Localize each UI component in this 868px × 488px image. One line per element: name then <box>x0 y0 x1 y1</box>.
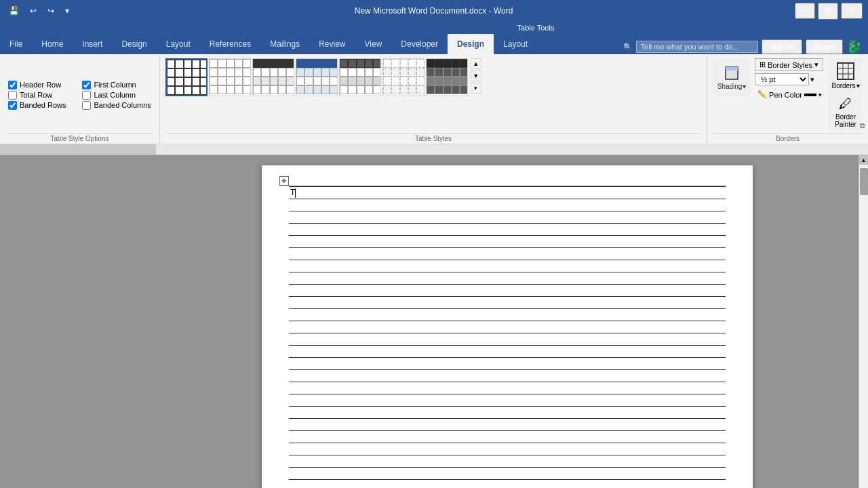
shading-label: Shading▾ <box>717 83 747 90</box>
shading-section: Shading▾ <box>713 58 751 96</box>
banded-rows-label: Banded Rows <box>20 101 66 109</box>
table-row <box>289 467 726 479</box>
table-style-7[interactable] <box>426 58 468 96</box>
gallery-up-button[interactable]: ▲ <box>471 58 481 69</box>
borders-button[interactable]: Borders▾ <box>829 58 863 93</box>
border-painter-button[interactable]: 🖊 Border Painter <box>829 93 863 131</box>
tab-row: File Home Insert Design Layout Reference… <box>0 34 868 54</box>
pen-weight-arrow[interactable]: ▾ <box>810 75 814 84</box>
scrollbar-vertical[interactable]: ▲ ▼ <box>859 155 868 488</box>
tab-review[interactable]: Review <box>309 34 355 54</box>
save-quick-button[interactable]: 💾 <box>5 5 22 17</box>
tab-view[interactable]: View <box>355 34 392 54</box>
tab-home[interactable]: Home <box>32 34 73 54</box>
close-button[interactable]: ✕ <box>841 3 863 19</box>
first-column-input[interactable] <box>82 81 91 89</box>
header-row-checkbox[interactable]: Header Row <box>8 81 77 89</box>
table-row <box>289 333 726 345</box>
border-painter-icon: 🖊 <box>839 96 852 112</box>
title-bar-controls: ─ ⧉ ✕ <box>795 3 863 20</box>
table-row <box>289 199 726 211</box>
border-styles-label: Border Styles <box>768 61 812 69</box>
table-row <box>289 211 726 223</box>
minimize-button[interactable]: ─ <box>795 3 815 19</box>
table-row <box>289 284 726 296</box>
banded-columns-label: Banded Columns <box>94 101 151 109</box>
tab-insert[interactable]: Insert <box>73 34 112 54</box>
border-painter-label: Border Painter <box>831 113 861 128</box>
last-column-input[interactable] <box>82 91 91 100</box>
gallery-down-button[interactable]: ▼ <box>471 70 481 81</box>
ruler-area <box>0 144 868 155</box>
table-row <box>289 296 726 308</box>
sign-in-button[interactable]: Sign in <box>762 39 803 54</box>
share-button[interactable]: Share <box>806 39 843 54</box>
table-row <box>289 260 726 272</box>
user-avatar: 🐉 <box>846 39 861 54</box>
banded-rows-input[interactable] <box>8 101 17 110</box>
tab-developer[interactable]: Developer <box>391 34 448 54</box>
tab-design-table[interactable]: Design <box>448 34 494 54</box>
banded-rows-checkbox[interactable]: Banded Rows <box>8 101 77 110</box>
table-style-5[interactable] <box>339 58 381 96</box>
context-tab-band: Table Tools <box>0 22 868 34</box>
pen-color-label: Pen Color <box>769 91 802 99</box>
banded-columns-checkbox[interactable]: Banded Columns <box>82 101 151 110</box>
pen-weight-select[interactable]: ½ pt ¼ pt ¾ pt 1 pt 1½ pt 2¼ pt 3 pt 4½ … <box>755 73 809 85</box>
scroll-up-button[interactable]: ▲ <box>859 155 869 165</box>
pen-color-row: ✏️ Pen Color ▾ <box>755 89 825 100</box>
ruler-left-margin <box>0 144 156 155</box>
table-row <box>289 406 726 418</box>
svg-rect-1 <box>726 67 738 70</box>
tab-file[interactable]: File <box>0 34 32 54</box>
table-row <box>289 235 726 247</box>
table-row <box>289 247 726 260</box>
undo-button[interactable]: ↩ <box>26 5 40 17</box>
table-tools-label: Table Tools <box>517 24 555 32</box>
total-row-checkbox[interactable]: Total Row <box>8 91 77 100</box>
tab-references[interactable]: References <box>200 34 260 54</box>
table-style-4[interactable] <box>296 58 338 96</box>
header-row-input[interactable] <box>8 81 17 89</box>
pen-icon: ✏️ <box>757 90 767 99</box>
table-styles-group: ▲ ▼ ▾ Table Styles <box>160 57 707 144</box>
gallery-scroll: ▲ ▼ ▾ <box>471 58 481 94</box>
restore-button[interactable]: ⧉ <box>818 3 838 20</box>
page-container[interactable]: ✛ T <box>156 155 859 488</box>
search-area: 🔍 Sign in Share 🐉 <box>616 39 868 54</box>
tab-layout[interactable]: Layout <box>157 34 200 54</box>
table-style-6[interactable] <box>382 58 425 96</box>
total-row-input[interactable] <box>8 91 17 100</box>
pen-weight-row: ½ pt ¼ pt ¾ pt 1 pt 1½ pt 2¼ pt 3 pt 4½ … <box>755 73 825 85</box>
borders-expand-button[interactable]: ⧉ <box>860 121 865 130</box>
pen-color-arrow[interactable]: ▾ <box>818 92 822 98</box>
table-move-handle[interactable]: ✛ <box>279 176 289 186</box>
table-style-2[interactable] <box>209 58 251 96</box>
gallery-container: ▲ ▼ ▾ <box>165 58 481 131</box>
ribbon: Header Row First Column Total Row Last C… <box>0 54 868 144</box>
tab-layout-table[interactable]: Layout <box>494 34 537 54</box>
title-bar-left: 💾 ↩ ↪ ▾ <box>5 5 73 17</box>
borders-group-label: Borders <box>713 133 863 142</box>
search-input[interactable] <box>636 41 758 53</box>
banded-columns-input[interactable] <box>82 101 91 110</box>
last-column-checkbox[interactable]: Last Column <box>82 91 151 100</box>
tab-design[interactable]: Design <box>112 34 156 54</box>
table-row <box>289 382 726 394</box>
first-column-checkbox[interactable]: First Column <box>82 81 151 89</box>
scroll-thumb[interactable] <box>860 168 868 195</box>
shading-button[interactable]: Shading▾ <box>713 58 751 96</box>
border-styles-row: ⊞ Border Styles ▾ <box>755 58 825 71</box>
tab-mailings[interactable]: Mailings <box>260 34 309 54</box>
border-styles-arrow: ▾ <box>814 60 818 69</box>
first-column-label: First Column <box>94 81 136 89</box>
header-row-label: Header Row <box>20 81 61 89</box>
window-title: New Microsoft Word Document.docx - Word <box>73 6 795 16</box>
table-row: T <box>289 186 726 199</box>
table-style-3[interactable] <box>252 58 294 96</box>
border-styles-button[interactable]: ⊞ Border Styles ▾ <box>755 58 823 71</box>
gallery-more-button[interactable]: ▾ <box>471 83 481 94</box>
customize-qat-button[interactable]: ▾ <box>62 5 73 17</box>
redo-button[interactable]: ↪ <box>44 5 58 17</box>
table-style-1[interactable] <box>165 58 208 96</box>
